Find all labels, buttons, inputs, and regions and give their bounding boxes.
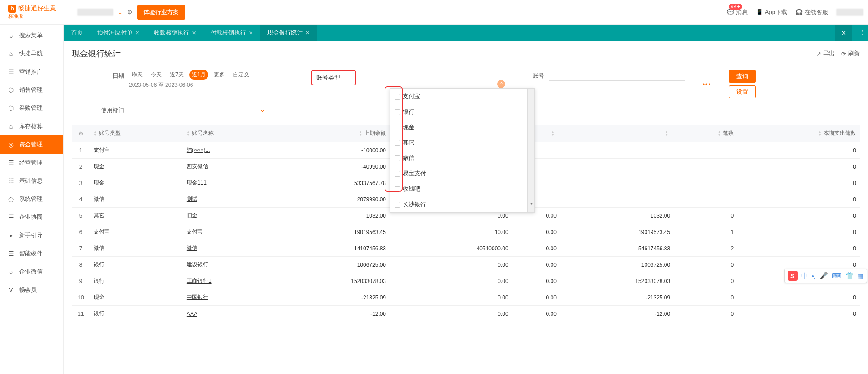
cell-account-name[interactable]: 支付宝 <box>183 224 276 240</box>
ime-shirt-icon[interactable]: 👕 <box>845 272 854 280</box>
cell-account-name[interactable]: 旧金 <box>183 208 276 224</box>
date-chip-0[interactable]: 昨天 <box>129 70 145 80</box>
tab-0[interactable]: 首页 <box>64 25 90 41</box>
export-button[interactable]: ↗ 导出 <box>816 50 835 58</box>
sidebar-item-10[interactable]: ☰企业协同 <box>0 208 63 226</box>
sidebar-item-2[interactable]: ☰营销推广 <box>0 63 63 81</box>
close-icon[interactable]: ✕ <box>192 30 196 36</box>
sidebar-item-14[interactable]: V畅会员 <box>0 281 63 299</box>
ime-toolbar[interactable]: S 中 •, 🎤 ⌨ 👕 ▦ <box>784 269 867 283</box>
cell-account-name[interactable]: AAA <box>183 306 276 322</box>
sidebar-item-5[interactable]: ⌂库存核算 <box>0 117 63 135</box>
checkbox-icon[interactable] <box>395 155 400 161</box>
gear-icon[interactable]: ⚙ <box>127 9 133 15</box>
checkbox-icon[interactable] <box>395 171 400 177</box>
close-tab-button[interactable]: ✕ <box>835 25 852 41</box>
cell-account-name[interactable]: 西安微信 <box>183 159 276 175</box>
ime-grid-icon[interactable]: ▦ <box>858 272 864 280</box>
sidebar-item-9[interactable]: ◌系统管理 <box>0 190 63 208</box>
sidebar-item-7[interactable]: ☰经营管理 <box>0 154 63 172</box>
date-chip-5[interactable]: 自定义 <box>230 70 252 80</box>
dropdown-item-2[interactable]: 现金 <box>390 120 534 135</box>
account-type-box[interactable]: 账号类型 <box>311 70 356 85</box>
sidebar-item-3[interactable]: ⬡销售管理 <box>0 81 63 99</box>
checkbox-icon[interactable] <box>395 202 400 208</box>
cell-account-name[interactable]: 建设银行 <box>183 257 276 273</box>
date-chip-3[interactable]: 近1月 <box>189 70 209 80</box>
sidebar-item-11[interactable]: ▸新手引导 <box>0 226 63 244</box>
expand-button[interactable]: ⛶ <box>852 25 868 41</box>
sidebar-item-6[interactable]: ◎资金管理 <box>0 135 63 154</box>
col-header-8[interactable]: ▲▼本期支出笔数 <box>737 125 860 142</box>
dept-select[interactable]: ⌄ <box>129 105 265 115</box>
cell-account-name[interactable]: 测试 <box>183 191 276 208</box>
checkbox-icon[interactable] <box>395 94 400 100</box>
sidebar-item-1[interactable]: ⌂快捷导航 <box>0 45 63 63</box>
sort-icon[interactable]: ▲▼ <box>359 131 362 136</box>
sidebar-item-4[interactable]: ⬡采购管理 <box>0 99 63 117</box>
sort-icon[interactable]: ▲▼ <box>551 131 555 136</box>
close-icon[interactable]: ✕ <box>249 30 253 36</box>
col-header-3[interactable]: ▲▼上期余额 <box>276 125 390 142</box>
cell-account-name[interactable]: 微信 <box>183 240 276 257</box>
sort-icon[interactable]: ▲▼ <box>818 131 822 136</box>
date-chip-2[interactable]: 近7天 <box>167 70 187 80</box>
sidebar-item-12[interactable]: ☰智能硬件 <box>0 244 63 263</box>
messages-link[interactable]: 💬 消息 99 + <box>727 8 748 16</box>
dropdown-item-7[interactable]: 长沙银行 <box>390 197 534 212</box>
account-type-input[interactable] <box>343 75 346 81</box>
export-label: 导出 <box>823 50 835 58</box>
more-dots-icon[interactable]: ••• <box>702 81 711 88</box>
checkbox-icon[interactable] <box>395 140 400 146</box>
dropdown-item-3[interactable]: 其它 <box>390 135 534 150</box>
dropdown-item-6[interactable]: 收钱吧 <box>390 181 534 197</box>
tab-2[interactable]: 收款核销执行✕ <box>147 25 203 41</box>
dropdown-item-0[interactable]: 支付宝 <box>390 89 534 104</box>
tab-3[interactable]: 付款核销执行✕ <box>203 25 260 41</box>
company-select[interactable]: ⌄ <box>77 9 123 16</box>
dropdown-item-1[interactable]: 银行 <box>390 104 534 120</box>
checkbox-icon[interactable] <box>395 125 400 130</box>
tab-4[interactable]: 现金银行统计✕ <box>260 25 317 41</box>
settings-button[interactable]: 设置 <box>729 85 756 98</box>
cell-account-name[interactable]: 工商银行1 <box>183 273 276 289</box>
online-service-link[interactable]: 🎧 在线客服 <box>795 8 828 16</box>
refresh-button[interactable]: ⟳ 刷新 <box>841 50 860 58</box>
app-download-link[interactable]: 📱 App下载 <box>756 8 787 16</box>
sidebar-item-13[interactable]: ○企业微信 <box>0 263 63 281</box>
query-button[interactable]: 查询 <box>729 70 756 83</box>
cell-account-name[interactable]: 现金111 <box>183 175 276 191</box>
industry-plan-button[interactable]: 体验行业方案 <box>137 5 185 20</box>
sort-icon[interactable]: ▲▼ <box>665 131 668 136</box>
cell-account-name[interactable]: 陆(○○○)... <box>183 142 276 159</box>
sidebar-item-8[interactable]: ☷基础信息 <box>0 172 63 190</box>
gear-icon[interactable]: ⚙ <box>79 130 84 137</box>
date-chip-1[interactable]: 今天 <box>148 70 164 80</box>
ime-cn-label[interactable]: 中 <box>801 272 808 280</box>
ime-comma-icon[interactable]: •, <box>812 272 816 280</box>
date-chip-4[interactable]: 更多 <box>211 70 227 80</box>
dropdown-item-5[interactable]: 易宝支付 <box>390 166 534 181</box>
collapse-icon[interactable]: ⌃ <box>497 80 505 88</box>
sort-icon[interactable]: ▲▼ <box>187 131 190 136</box>
checkbox-icon[interactable] <box>395 109 400 115</box>
cell-account-name[interactable]: 中国银行 <box>183 289 276 306</box>
account-input[interactable] <box>549 70 685 81</box>
ime-keyboard-icon[interactable]: ⌨ <box>832 272 842 280</box>
dropdown-item-4[interactable]: 微信 <box>390 150 534 166</box>
user-avatar-blur[interactable] <box>836 9 863 16</box>
sort-icon[interactable]: ▲▼ <box>717 131 721 136</box>
close-icon[interactable]: ✕ <box>135 30 139 36</box>
col-header-2[interactable]: ▲▼账号名称 <box>183 125 276 142</box>
close-icon[interactable]: ✕ <box>306 30 310 36</box>
ime-mic-icon[interactable]: 🎤 <box>819 272 828 280</box>
tab-1[interactable]: 预付冲应付单✕ <box>90 25 147 41</box>
sort-icon[interactable]: ▲▼ <box>94 131 97 136</box>
col-header-1[interactable]: ▲▼账号类型 <box>90 125 183 142</box>
sidebar-item-0[interactable]: ⌕搜索菜单 <box>0 26 63 45</box>
col-header-7[interactable]: ▲▼笔数 <box>674 125 737 142</box>
checkbox-icon[interactable] <box>395 186 400 192</box>
col-header-6[interactable]: ▲▼ <box>560 125 674 142</box>
cell-c6: -12.00 <box>560 306 674 322</box>
tab-label: 付款核销执行 <box>211 29 246 37</box>
